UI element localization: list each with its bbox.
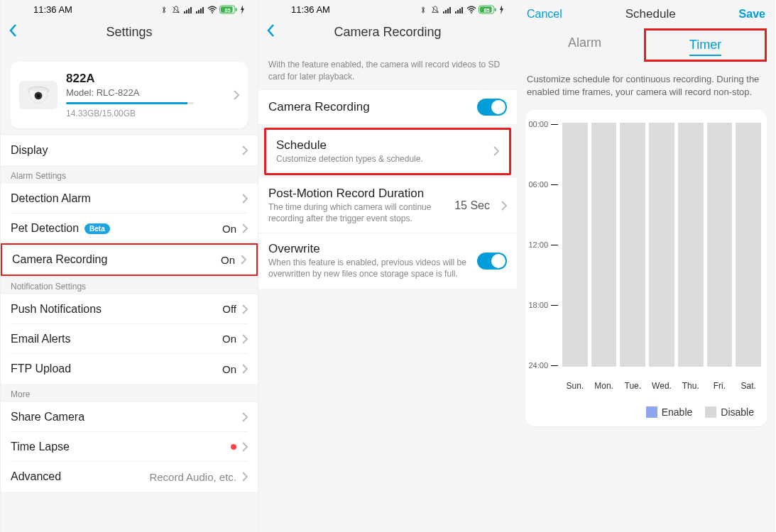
cancel-button[interactable]: Cancel	[527, 8, 562, 21]
status-bar: 11:36 AM 85	[258, 0, 517, 16]
day-labels: Sun. Mon. Tue. Wed. Thu. Fri. Sat.	[531, 381, 761, 391]
back-button[interactable]	[8, 23, 18, 41]
svg-rect-6	[200, 9, 202, 13]
chevron-right-icon	[242, 412, 248, 422]
row-display-group: Display	[1, 135, 258, 165]
chevron-right-icon	[501, 201, 507, 211]
day-column-wed[interactable]	[649, 123, 674, 367]
svg-rect-22	[459, 9, 461, 13]
battery-icon: 85	[219, 5, 238, 14]
row-value: On	[221, 254, 235, 266]
chevron-right-icon	[242, 194, 248, 204]
svg-text:85: 85	[483, 7, 489, 13]
legend-disable: Disable	[705, 406, 754, 418]
row-camera-recording[interactable]: Camera Recording On	[12, 245, 246, 275]
row-overwrite[interactable]: Overwrite When this feature is enabled, …	[258, 233, 517, 288]
svg-text:85: 85	[224, 7, 230, 13]
row-schedule[interactable]: Schedule Customize detection types & sch…	[266, 130, 509, 174]
chevron-right-icon	[242, 223, 248, 233]
row-label: Detection Alarm	[11, 192, 91, 205]
camera-model: Model: RLC-822A	[66, 87, 225, 98]
section-notification: Notification Settings	[1, 276, 258, 294]
row-pet-detection[interactable]: Pet Detection Beta On	[11, 214, 248, 243]
camera-card[interactable]: 822A Model: RLC-822A 14.33GB/15.00GB	[11, 62, 248, 128]
chevron-right-icon	[242, 364, 248, 374]
row-detection-alarm[interactable]: Detection Alarm	[11, 184, 248, 214]
chevron-right-icon	[493, 146, 499, 156]
page-title: Schedule	[625, 7, 676, 21]
row-email[interactable]: Email Alerts On	[11, 324, 248, 354]
day-column-fri[interactable]	[707, 123, 733, 367]
svg-rect-21	[457, 10, 459, 13]
svg-rect-7	[202, 7, 204, 13]
screen-settings: 11:36 AM 85 Settings 822A Model: RLC-822…	[0, 0, 258, 532]
svg-rect-19	[449, 7, 451, 13]
tab-alarm[interactable]: Alarm	[525, 28, 644, 62]
tab-timer[interactable]: Timer	[644, 28, 767, 62]
row-camera-recording-toggle[interactable]: Camera Recording	[258, 90, 517, 125]
status-time: 11:36 AM	[291, 4, 330, 15]
notification-dot-icon	[231, 444, 236, 450]
chevron-right-icon	[242, 304, 248, 314]
chevron-right-icon	[234, 90, 239, 100]
row-push[interactable]: Push Notifications Off	[11, 294, 248, 324]
svg-point-8	[212, 12, 213, 13]
svg-rect-17	[445, 10, 447, 13]
day-column-thu[interactable]	[678, 123, 704, 367]
dnd-icon	[171, 6, 181, 14]
chevron-right-icon	[242, 145, 248, 155]
row-label: Camera Recording	[12, 253, 107, 266]
row-advanced[interactable]: Advanced Record Audio, etc.	[11, 462, 248, 492]
row-display[interactable]: Display	[11, 135, 248, 165]
svg-rect-5	[198, 10, 200, 13]
storage-progress	[66, 102, 194, 104]
schedule-description: Customize schedule for continuous record…	[517, 66, 775, 106]
chevron-right-icon	[241, 255, 246, 265]
save-button[interactable]: Save	[739, 8, 765, 21]
chevron-right-icon	[242, 442, 248, 452]
page-title: Camera Recording	[334, 25, 441, 40]
svg-rect-23	[461, 7, 463, 13]
wifi-icon	[466, 6, 476, 14]
time-axis: 00:00 06:00 12:00 18:00 24:00	[531, 120, 562, 370]
row-post-motion[interactable]: Post-Motion Record Duration The time dur…	[258, 178, 517, 233]
day-column-mon[interactable]	[591, 123, 617, 367]
dome-camera-icon	[26, 85, 51, 105]
svg-rect-18	[447, 9, 449, 13]
days-grid[interactable]	[562, 120, 761, 370]
chevron-right-icon	[242, 472, 248, 482]
chevron-right-icon	[242, 334, 248, 344]
legend: Enable Disable	[531, 406, 761, 418]
screen-schedule: Cancel Schedule Save Alarm Timer Customi…	[517, 0, 775, 532]
day-column-sun[interactable]	[562, 123, 588, 367]
charging-icon	[240, 5, 245, 14]
battery-icon: 85	[479, 5, 497, 14]
header: Cancel Schedule Save	[517, 0, 775, 24]
tab-row: Alarm Timer	[517, 24, 775, 66]
storage-text: 14.33GB/15.00GB	[66, 109, 225, 118]
signal2-icon	[195, 6, 205, 14]
signal1-icon	[442, 6, 452, 14]
row-share-camera[interactable]: Share Camera	[11, 402, 248, 432]
row-ftp[interactable]: FTP Upload On	[11, 354, 248, 384]
legend-enable: Enable	[646, 406, 693, 418]
wifi-icon	[207, 6, 217, 14]
status-time: 11:36 AM	[33, 4, 72, 15]
back-button[interactable]	[266, 23, 275, 41]
bluetooth-icon	[159, 6, 169, 14]
row-time-lapse[interactable]: Time Lapse	[11, 432, 248, 462]
svg-rect-27	[495, 8, 496, 11]
svg-point-15	[36, 94, 40, 97]
status-icons: 85	[159, 5, 245, 14]
day-column-tue[interactable]	[620, 123, 645, 367]
schedule-grid-card: 00:00 06:00 12:00 18:00 24:00 Sun. Mon. …	[525, 110, 767, 426]
signal2-icon	[454, 6, 464, 14]
row-value: On	[222, 223, 236, 235]
bluetooth-icon	[418, 6, 428, 14]
day-column-sat[interactable]	[736, 123, 761, 367]
toggle-on-icon[interactable]	[477, 253, 507, 270]
status-icons: 85	[418, 5, 504, 14]
camera-card-body: 822A Model: RLC-822A 14.33GB/15.00GB	[66, 72, 225, 118]
signal1-icon	[183, 6, 193, 14]
toggle-on-icon[interactable]	[477, 99, 507, 116]
